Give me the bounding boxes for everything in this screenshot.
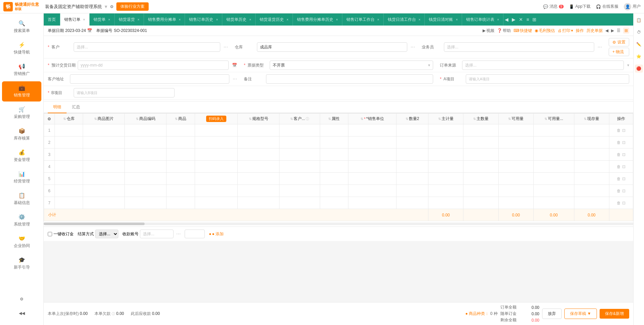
cell-available-4[interactable]	[498, 161, 533, 173]
cell-available-3[interactable]	[498, 149, 533, 161]
cell-qty2-1[interactable]	[396, 124, 428, 136]
cell-code-1[interactable]	[125, 124, 166, 136]
cell-available-1[interactable]	[498, 124, 533, 136]
cell-main-unit-4[interactable]	[428, 161, 463, 173]
cell-unit-6[interactable]	[348, 185, 396, 197]
cell-code-5[interactable]	[125, 173, 166, 185]
tab-stats[interactable]: 销售订单统计表 ×	[462, 13, 503, 26]
cell-spec-4[interactable]	[238, 161, 279, 173]
copy-icon-3[interactable]: ⊡	[622, 152, 626, 157]
sidebar-item-purchase[interactable]: 🛒 采购管理	[2, 103, 41, 123]
cell-code-3[interactable]	[125, 149, 166, 161]
tab-close-stats[interactable]: ×	[497, 18, 499, 22]
tab-reconcile[interactable]: 钱货日清对账 ×	[425, 13, 462, 26]
account-input[interactable]: 选择...	[140, 230, 174, 238]
cell-scan-1[interactable]	[195, 124, 237, 136]
a-project-input[interactable]: 请输入A项目	[466, 74, 629, 84]
add-btn[interactable]: ● ● 添加	[209, 231, 224, 237]
save-new-btn[interactable]: 保存&新增	[600, 309, 629, 319]
remark-input[interactable]	[266, 74, 433, 84]
cell-image-3[interactable]	[83, 149, 125, 161]
save-draft-arrow-icon[interactable]: ▼	[587, 311, 591, 316]
tab-summary[interactable]: 汇总	[67, 101, 85, 113]
sidebar-collapse-btn[interactable]: ◀◀	[2, 308, 41, 319]
right-tool-alert[interactable]: 🔴	[635, 65, 643, 73]
delete-icon-7[interactable]: 🗑	[617, 201, 621, 205]
payment-method-select[interactable]: 选择...	[95, 230, 118, 238]
copy-icon-5[interactable]: ⊡	[622, 176, 626, 181]
cell-main-qty-7[interactable]	[463, 197, 498, 209]
calendar-icon[interactable]: 📅	[87, 28, 92, 33]
user-btn[interactable]: 👤 用户	[624, 3, 641, 10]
shortcut-btn[interactable]: ⌨ 快捷键	[514, 28, 532, 34]
account-dots[interactable]: ···	[176, 231, 181, 237]
sidebar-item-config[interactable]: ⚙	[2, 293, 41, 305]
operate-btn[interactable]: 操作	[576, 28, 584, 34]
grid-view-btn[interactable]: ⊞	[623, 28, 629, 34]
tab-close-sales-order[interactable]: ×	[83, 18, 85, 22]
app-download-btn[interactable]: 📱 App下载	[569, 4, 591, 9]
tab-workbench[interactable]: 销售订单工作台 ×	[342, 13, 384, 26]
cell-customer-code-2[interactable]	[279, 136, 320, 149]
cell-attr-1[interactable]	[320, 124, 348, 136]
cell-stock-6[interactable]	[574, 185, 609, 197]
cell-available-7[interactable]	[498, 197, 533, 209]
cell-code-2[interactable]	[125, 136, 166, 149]
cell-available2-7[interactable]	[533, 197, 574, 209]
cell-main-qty-1[interactable]	[463, 124, 498, 136]
table-view-btn[interactable]: ☰	[617, 28, 620, 33]
cell-customer-code-5[interactable]	[279, 173, 320, 185]
th-settings[interactable]: ⚙	[44, 114, 55, 124]
cell-available2-1[interactable]	[533, 124, 574, 136]
cell-warehouse-2[interactable]	[55, 136, 83, 149]
sidebar-item-system[interactable]: ⚙️ 系统管理	[2, 210, 41, 231]
cell-warehouse-4[interactable]	[55, 161, 83, 173]
tab-close-fee-history[interactable]: ×	[336, 18, 338, 22]
one-click-checkbox[interactable]	[48, 232, 52, 236]
salesperson-dots[interactable]: ···	[598, 44, 602, 50]
payment-amount-input[interactable]: 0.00	[185, 230, 205, 238]
tab-sales-order-history[interactable]: 销售订单历史 ×	[185, 13, 222, 26]
right-tool-star[interactable]: ⭐	[635, 52, 643, 60]
cell-spec-6[interactable]	[238, 185, 279, 197]
tab-close-sales-return[interactable]: ×	[138, 18, 140, 22]
cell-unit-5[interactable]	[348, 173, 396, 185]
delete-icon-6[interactable]: 🗑	[617, 189, 621, 193]
cell-attr-6[interactable]	[320, 185, 348, 197]
cell-image-6[interactable]	[83, 185, 125, 197]
sidebar-item-guide[interactable]: 🎓 新手引导	[2, 253, 41, 274]
cell-available2-4[interactable]	[533, 161, 574, 173]
cell-available-5[interactable]	[498, 173, 533, 185]
cell-qty2-4[interactable]	[396, 161, 428, 173]
cell-available2-5[interactable]	[533, 173, 574, 185]
cell-product-2[interactable]	[166, 136, 195, 149]
cell-stock-3[interactable]	[574, 149, 609, 161]
delete-icon-2[interactable]: 🗑	[617, 140, 621, 145]
right-tool-clipboard[interactable]: 📋	[635, 16, 643, 24]
cell-code-7[interactable]	[125, 197, 166, 209]
save-draft-btn[interactable]: 保存草稿 ▼	[564, 309, 597, 319]
cell-main-unit-7[interactable]	[428, 197, 463, 209]
tab-sales-bill-history[interactable]: 销货单历史 ×	[222, 13, 256, 26]
cell-main-qty-5[interactable]	[463, 173, 498, 185]
cell-main-unit-5[interactable]	[428, 173, 463, 185]
scroll-bar[interactable]	[44, 222, 633, 225]
cell-qty2-3[interactable]	[396, 149, 428, 161]
cell-spec-1[interactable]	[238, 124, 279, 136]
cell-product-4[interactable]	[166, 161, 195, 173]
cell-image-2[interactable]	[83, 136, 125, 149]
cell-attr-2[interactable]	[320, 136, 348, 149]
cell-unit-4[interactable]	[348, 161, 396, 173]
cell-warehouse-5[interactable]	[55, 173, 83, 185]
cell-stock-4[interactable]	[574, 161, 609, 173]
cell-customer-code-3[interactable]	[279, 149, 320, 161]
cell-stock-2[interactable]	[574, 136, 609, 149]
scan-btn[interactable]: 扫码录入	[206, 116, 226, 122]
cell-qty2-7[interactable]	[396, 197, 428, 209]
copy-icon-2[interactable]: ⊡	[622, 140, 626, 145]
table-settings-icon[interactable]: ⚙	[47, 117, 51, 121]
cell-image-5[interactable]	[83, 173, 125, 185]
cell-scan-2[interactable]	[195, 136, 237, 149]
cell-product-6[interactable]	[166, 185, 195, 197]
cell-attr-5[interactable]	[320, 173, 348, 185]
